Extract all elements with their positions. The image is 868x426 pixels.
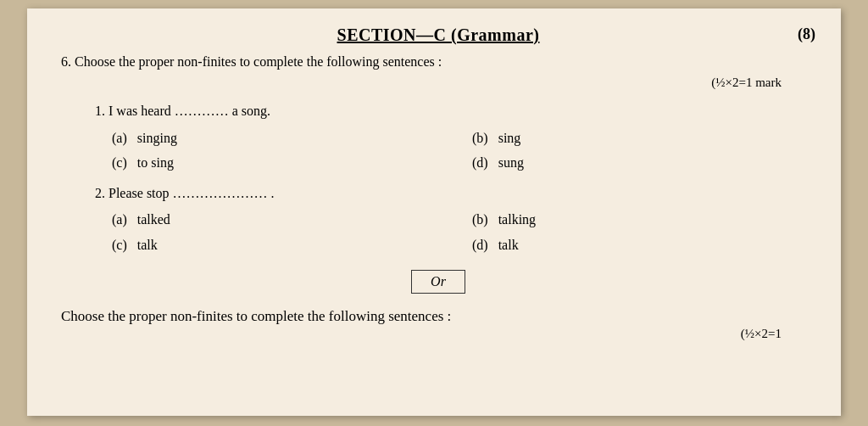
sub2-number: 2. — [95, 186, 105, 200]
sub2-text: Please stop ………………… . — [108, 186, 275, 200]
option-1a: (a) singing — [112, 127, 455, 149]
marks-label: (8) — [798, 25, 815, 43]
bottom-instruction: Choose the proper non-finites to complet… — [61, 305, 815, 328]
option-1d: (d) sung — [472, 152, 815, 174]
or-separator: Or — [61, 270, 815, 294]
bottom-marks: (½×2=1 — [61, 327, 782, 341]
option-1b: (b) sing — [472, 127, 815, 149]
sub-question-1-text: 1. I was heard ………… a song. — [95, 100, 815, 122]
option-2a: (a) talked — [112, 209, 455, 231]
sub1-number: 1. — [95, 104, 105, 118]
option-2d: (d) talk — [472, 234, 815, 256]
sub-question-2-text: 2. Please stop ………………… . — [95, 182, 815, 205]
sub1-text: I was heard ………… a song. — [108, 104, 270, 118]
option-1c: (c) to sing — [112, 152, 455, 174]
page-container: (8) SECTION—C (Grammar) 6. Choose the pr… — [27, 8, 841, 416]
sub1-options: (a) singing (b) sing (c) to sing (d) sun… — [112, 127, 815, 174]
option-2b: (b) talking — [472, 209, 815, 231]
or-label: Or — [411, 270, 465, 294]
question-number: 6. — [61, 54, 71, 69]
option-2c: (c) talk — [112, 234, 455, 256]
question-marks: (½×2=1 mark — [61, 76, 782, 90]
sub-question-2: 2. Please stop ………………… . (a) talked (b) … — [95, 182, 815, 256]
question-text: Choose the proper non-finites to complet… — [75, 54, 442, 69]
sub2-options: (a) talked (b) talking (c) talk (d) talk — [112, 209, 815, 255]
sub-question-1: 1. I was heard ………… a song. (a) singing … — [95, 100, 815, 174]
question-main-text: 6. Choose the proper non-finites to comp… — [61, 52, 815, 72]
section-title: SECTION—C (Grammar) — [61, 25, 815, 45]
